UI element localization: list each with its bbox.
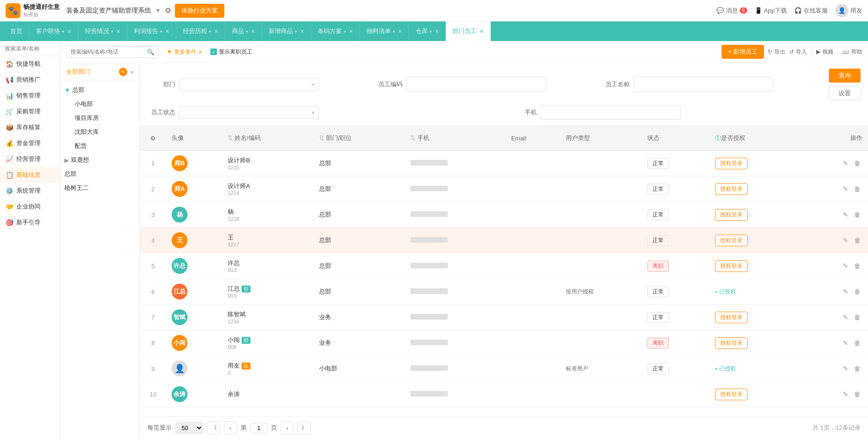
dept-item-shuanglu[interactable]: ▶ 双鹿想 (61, 153, 139, 167)
first-page-btn[interactable]: 《 (207, 421, 220, 434)
edit-btn[interactable]: ✎ (841, 390, 850, 399)
nav-tab-profit[interactable]: 利润报告▾✕ (127, 21, 176, 41)
edit-btn[interactable]: ✎ (841, 159, 850, 168)
sidebar-item-marketing[interactable]: 📢 营销推广 (0, 72, 60, 88)
auth-login-btn[interactable]: 授权登录 (715, 337, 748, 349)
delete-btn[interactable]: 🗑 (852, 313, 862, 322)
close-icon[interactable]: ✕ (435, 28, 439, 35)
edit-btn[interactable]: ✎ (841, 236, 850, 245)
delete-btn[interactable]: 🗑 (852, 390, 862, 399)
delete-btn[interactable]: 🗑 (852, 159, 862, 168)
sidebar-item-operations[interactable]: 📈 经营管理 (0, 151, 60, 167)
auth-login-btn[interactable]: 授权登录 (715, 209, 748, 221)
edit-btn[interactable]: ✎ (841, 287, 850, 296)
more-conditions-btn[interactable]: ▼ 更多条件 ∧ (162, 46, 207, 58)
close-icon[interactable]: ✕ (349, 28, 353, 35)
sidebar-search-input[interactable] (5, 45, 61, 52)
phone-input[interactable] (541, 105, 681, 120)
sidebar-item-guide[interactable]: 🎯 新手引导 (0, 215, 60, 230)
edit-btn[interactable]: ✎ (841, 338, 850, 348)
app-download-btn[interactable]: 📱 App下载 (755, 7, 787, 15)
edit-btn[interactable]: ✎ (841, 184, 850, 194)
delete-btn[interactable]: 🗑 (852, 338, 862, 348)
export-btn[interactable]: ↻ 导出 (768, 48, 785, 56)
online-service-btn[interactable]: 🎧 在线客服 (794, 7, 828, 15)
dept-item-peihuo[interactable]: 配货 (69, 139, 139, 153)
show-resigned-toggle[interactable]: ✓ 显示离职员工 (210, 48, 252, 56)
video-btn[interactable]: ▶ 视频 (816, 48, 833, 56)
sidebar-item-sales[interactable]: 📊 销售管理 (0, 88, 60, 104)
sidebar-item-quick-nav[interactable]: 🏠 快捷导航 (0, 56, 60, 72)
import-btn[interactable]: ↺ 导入 (789, 48, 807, 56)
prev-page-btn[interactable]: ‹ (224, 421, 237, 434)
nav-tab-customer[interactable]: 客户联络▾✕ (29, 21, 78, 41)
delete-btn[interactable]: 🗑 (852, 236, 862, 245)
nav-home[interactable]: 首页 (4, 21, 29, 41)
close-icon[interactable]: ✕ (165, 28, 169, 35)
sidebar-item-purchase[interactable]: 🛒 采购管理 (0, 104, 60, 119)
auth-login-btn[interactable]: 授权登录 (715, 312, 748, 323)
edit-btn[interactable]: ✎ (841, 364, 850, 373)
sort-icon[interactable]: ⇅ (319, 134, 324, 141)
nav-tab-barcode[interactable]: 条码方案▾✕ (311, 21, 360, 41)
help-btn[interactable]: 📖 帮助 (842, 48, 862, 56)
close-icon[interactable]: ✕ (398, 28, 402, 35)
dept-collapse-btn[interactable]: « (130, 68, 134, 76)
dept-item-project[interactable]: 项目库房 (69, 111, 139, 125)
set-btn[interactable]: 设置 (829, 86, 861, 100)
close-icon[interactable]: ✕ (479, 28, 484, 35)
column-settings-btn[interactable]: ⚙ (146, 131, 160, 146)
close-icon[interactable]: ✕ (214, 28, 218, 35)
delete-btn[interactable]: 🗑 (852, 287, 862, 296)
sidebar-item-system[interactable]: ⚙️ 系统管理 (0, 183, 60, 199)
sidebar-item-basic-info[interactable]: 📋 基础信息 (0, 167, 60, 183)
auth-login-btn[interactable]: 授权登录 (715, 260, 748, 272)
search-btn-icon[interactable]: 🔍 (147, 49, 154, 56)
nav-tab-new-goods[interactable]: 新增商品▾✕ (262, 21, 311, 41)
nav-tab-goods[interactable]: 商品▾✕ (225, 21, 262, 41)
next-page-btn[interactable]: › (281, 421, 294, 434)
nav-tab-bom[interactable]: 物料清单▾✕ (360, 21, 409, 41)
emp-name-input[interactable] (633, 77, 773, 92)
search-input[interactable] (70, 49, 145, 55)
messages-btn[interactable]: 💬 消息 6 (716, 7, 747, 15)
sort-icon[interactable]: ⇅ (228, 134, 233, 141)
trial-btn[interactable]: 体验行业方案 (175, 4, 224, 18)
sidebar-item-inventory[interactable]: 📦 库存核算 (0, 119, 60, 135)
dept-item-shenyang[interactable]: 沈阳大库 (69, 125, 139, 139)
close-icon[interactable]: ✕ (251, 28, 255, 35)
delete-btn[interactable]: 🗑 (852, 210, 862, 219)
query-btn[interactable]: 查询 (829, 69, 861, 83)
nav-tab-ops[interactable]: 经营情况▾✕ (78, 21, 127, 41)
delete-btn[interactable]: 🗑 (852, 364, 862, 373)
close-icon[interactable]: ✕ (67, 28, 71, 35)
delete-btn[interactable]: 🗑 (852, 261, 862, 271)
dept-item-zongbu[interactable]: 总部 (61, 167, 139, 181)
sort-icon[interactable]: ⇅ (410, 134, 416, 141)
auth-login-btn[interactable]: 授权登录 (715, 158, 748, 169)
sidebar-item-enterprise[interactable]: 🤝 企业协同 (0, 199, 60, 215)
edit-btn[interactable]: ✎ (841, 261, 850, 271)
nav-tab-warehouse[interactable]: 仓库▾✕ (409, 21, 446, 41)
delete-btn[interactable]: 🗑 (852, 184, 862, 194)
system-dropdown-btn[interactable]: ▼ (155, 7, 161, 14)
dept-item-head[interactable]: ▼ 总部 (61, 83, 139, 97)
auth-login-btn[interactable]: 授权登录 (715, 389, 748, 400)
per-page-select[interactable]: 50 100 200 (175, 422, 203, 434)
settings-btn[interactable]: ⚙ (165, 6, 171, 15)
dept-select[interactable]: ▾ (179, 78, 319, 91)
close-icon[interactable]: ✕ (300, 28, 304, 35)
add-employee-btn[interactable]: + 新增员工 (722, 45, 764, 59)
auth-login-btn[interactable]: 授权登录 (715, 235, 748, 246)
nav-tab-history[interactable]: 经营历程▾✕ (176, 21, 225, 41)
emp-status-select[interactable]: ▾ (179, 106, 319, 119)
last-page-btn[interactable]: 》 (298, 421, 311, 434)
edit-btn[interactable]: ✎ (841, 313, 850, 322)
close-icon[interactable]: ✕ (116, 28, 120, 35)
dept-item-zhishuwang[interactable]: 植树王二 (61, 181, 139, 195)
edit-btn[interactable]: ✎ (841, 210, 850, 219)
dept-item-xiaodian[interactable]: 小电部 (69, 97, 139, 111)
nav-tab-dept-emp[interactable]: 部门员工✕ (446, 21, 491, 41)
user-area[interactable]: 👤 用友 (835, 4, 862, 17)
page-number-input[interactable] (250, 423, 267, 433)
